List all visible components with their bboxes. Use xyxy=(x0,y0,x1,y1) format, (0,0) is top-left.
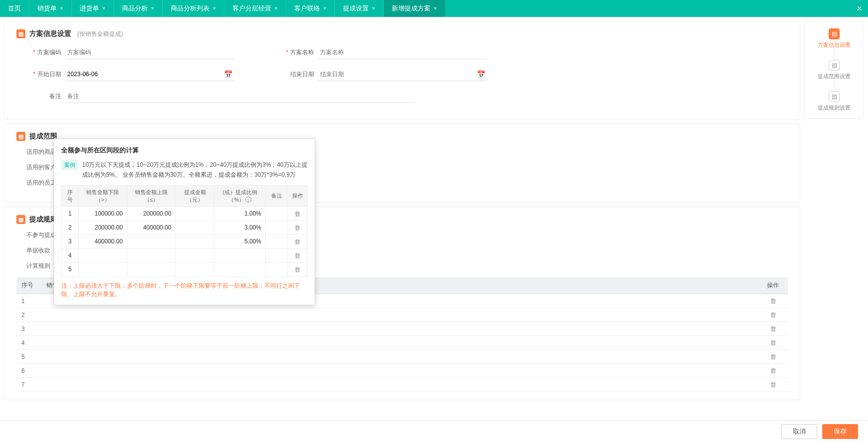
cell-amount[interactable] xyxy=(176,207,215,221)
tab-item[interactable]: 客户联络× xyxy=(286,0,335,17)
calendar-icon[interactable]: 📅 xyxy=(477,70,485,78)
cell-remark[interactable] xyxy=(295,322,758,336)
cell-ratio[interactable] xyxy=(215,262,266,276)
cell-amount[interactable] xyxy=(171,364,230,378)
input-plan-name[interactable] xyxy=(318,45,487,59)
input-remark[interactable] xyxy=(65,89,414,103)
cell-remark[interactable] xyxy=(295,308,758,322)
table-row[interactable]: 7🗑 xyxy=(16,378,788,392)
table-row[interactable]: 4🗑 xyxy=(16,336,788,350)
cell-upper[interactable] xyxy=(106,336,171,350)
delete-icon[interactable]: 🗑 xyxy=(294,224,301,231)
cell-remark[interactable] xyxy=(266,207,288,221)
cell-upper[interactable] xyxy=(106,364,171,378)
info-icon[interactable]: i xyxy=(245,197,251,203)
tab-item[interactable]: 商品分析列表× xyxy=(163,0,224,17)
delete-icon[interactable]: 🗑 xyxy=(294,252,301,259)
cell-ratio[interactable]: 3.00% xyxy=(215,221,266,234)
cell-upper[interactable] xyxy=(106,322,171,336)
cell-upper[interactable]: 400000.00 xyxy=(127,221,175,234)
delete-icon[interactable]: 🗑 xyxy=(294,210,301,218)
cell-upper[interactable] xyxy=(127,248,175,262)
tab-item[interactable]: 进货单× xyxy=(72,0,114,17)
table-row[interactable]: 3🗑 xyxy=(16,322,788,336)
tab-close-icon[interactable]: × xyxy=(434,5,437,12)
close-all-tabs-icon[interactable]: × xyxy=(851,0,868,17)
cell-ratio[interactable]: 5.00% xyxy=(215,234,266,248)
cell-upper[interactable] xyxy=(106,350,171,364)
delete-icon[interactable]: 🗑 xyxy=(770,311,776,319)
cell-amount[interactable] xyxy=(171,378,230,392)
cell-amount[interactable] xyxy=(176,262,215,276)
cell-remark[interactable] xyxy=(266,221,288,234)
cell-lower[interactable]: 100000.00 xyxy=(79,207,127,221)
cell-amount[interactable] xyxy=(171,336,230,350)
side-step-rules[interactable]: ▤ 提成规则设置 xyxy=(818,91,851,111)
table-row[interactable]: 5🗑 xyxy=(62,262,308,276)
cell-remark[interactable] xyxy=(295,294,758,308)
cell-lower[interactable] xyxy=(41,350,106,364)
cell-amount[interactable] xyxy=(171,322,230,336)
cell-remark[interactable] xyxy=(295,336,758,350)
save-button[interactable]: 保存 xyxy=(822,424,858,431)
tab-item[interactable]: 商品分析× xyxy=(114,0,163,17)
input-start-date[interactable] xyxy=(65,67,234,81)
side-step-scope[interactable]: ▤ 提成范围设置 xyxy=(818,60,851,80)
cell-ratio[interactable] xyxy=(230,322,295,336)
tab-close-icon[interactable]: × xyxy=(372,5,375,12)
tab-close-icon[interactable]: × xyxy=(102,5,106,12)
delete-icon[interactable]: 🗑 xyxy=(770,367,776,374)
table-row[interactable]: 5🗑 xyxy=(16,350,788,364)
delete-icon[interactable]: 🗑 xyxy=(770,297,776,305)
cell-upper[interactable] xyxy=(106,308,171,322)
side-step-info[interactable]: ▤ 方案信息设置 xyxy=(818,28,851,49)
table-row[interactable]: 3400000.005.00%🗑 xyxy=(62,234,308,248)
cell-lower[interactable] xyxy=(41,322,106,336)
cell-lower[interactable] xyxy=(41,336,106,350)
cell-upper[interactable] xyxy=(127,234,175,248)
tab-close-icon[interactable]: × xyxy=(323,5,326,12)
table-row[interactable]: 4🗑 xyxy=(62,248,308,262)
cell-remark[interactable] xyxy=(295,364,758,378)
cell-ratio[interactable] xyxy=(230,308,295,322)
cell-lower[interactable]: 400000.00 xyxy=(79,234,127,248)
cell-upper[interactable] xyxy=(106,378,171,392)
tab-item[interactable]: 提成设置× xyxy=(335,0,384,17)
input-end-date[interactable] xyxy=(318,67,487,81)
cancel-button[interactable]: 取消 xyxy=(781,424,817,431)
cell-upper[interactable] xyxy=(127,262,175,276)
cell-lower[interactable]: 200000.00 xyxy=(79,221,127,234)
tab-close-icon[interactable]: × xyxy=(60,5,63,12)
tab-close-icon[interactable]: × xyxy=(274,5,278,12)
cell-amount[interactable] xyxy=(171,308,230,322)
tab-close-icon[interactable]: × xyxy=(213,5,216,12)
cell-upper[interactable]: 200000.00 xyxy=(127,207,175,221)
tab-item[interactable]: 销货单× xyxy=(29,0,72,17)
cell-lower[interactable] xyxy=(79,262,127,276)
table-row[interactable]: 2🗑 xyxy=(16,308,788,322)
cell-ratio[interactable] xyxy=(230,336,295,350)
cell-remark[interactable] xyxy=(266,234,288,248)
input-plan-code[interactable] xyxy=(65,45,234,59)
tab-item[interactable]: 客户分层经营× xyxy=(224,0,286,17)
delete-icon[interactable]: 🗑 xyxy=(770,325,776,332)
cell-remark[interactable] xyxy=(295,378,758,392)
delete-icon[interactable]: 🗑 xyxy=(770,353,776,360)
cell-lower[interactable] xyxy=(41,364,106,378)
cell-lower[interactable] xyxy=(79,248,127,262)
cell-remark[interactable] xyxy=(266,262,288,276)
delete-icon[interactable]: 🗑 xyxy=(770,381,776,388)
cell-amount[interactable] xyxy=(176,248,215,262)
table-row[interactable]: 1100000.00200000.001.00%🗑 xyxy=(62,207,308,221)
cell-amount[interactable] xyxy=(171,350,230,364)
table-row[interactable]: 6🗑 xyxy=(16,364,788,378)
table-row[interactable]: 2200000.00400000.003.00%🗑 xyxy=(62,221,308,234)
delete-icon[interactable]: 🗑 xyxy=(294,238,301,245)
cell-amount[interactable] xyxy=(176,221,215,234)
delete-icon[interactable]: 🗑 xyxy=(770,339,776,346)
tab-home[interactable]: 首页 xyxy=(0,0,29,17)
cell-ratio[interactable] xyxy=(215,248,266,262)
tab-close-icon[interactable]: × xyxy=(151,5,154,12)
cell-amount[interactable] xyxy=(176,234,215,248)
cell-ratio[interactable] xyxy=(230,378,295,392)
